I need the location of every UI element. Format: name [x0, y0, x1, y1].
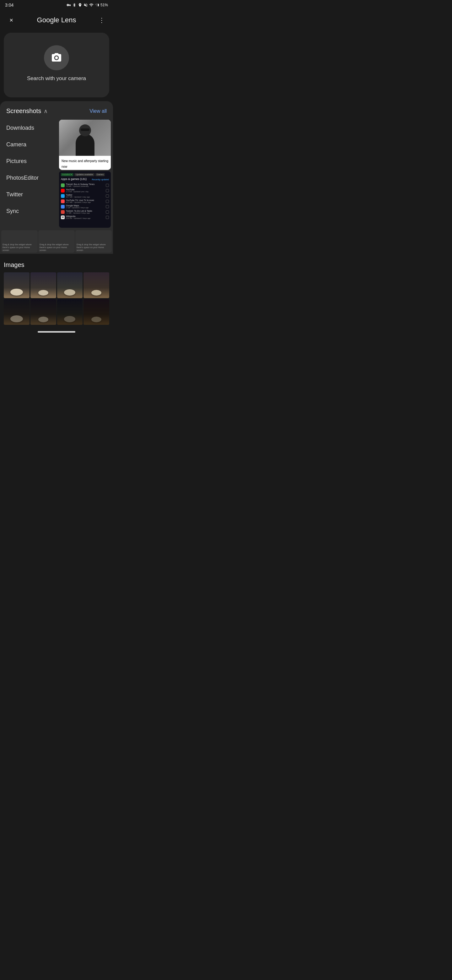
folder-item-sync[interactable]: Sync	[6, 203, 53, 220]
app-icon-wikipedia: W	[61, 215, 65, 219]
folder-item-photoseditor[interactable]: PhotosEditor	[6, 170, 53, 186]
status-icons: 51%	[67, 3, 108, 7]
updates-tag: Updates available	[75, 173, 95, 176]
app-name-6: Todoist: To-Do List & Tasks	[66, 210, 105, 212]
apps-card: Installed ▾ Updates available Games Apps…	[59, 171, 111, 228]
folder-panel-header: Screenshots ∧ View all	[0, 101, 113, 120]
home-indicator	[0, 329, 113, 334]
camera-icon-container[interactable]	[44, 45, 69, 70]
image-cell-3[interactable]	[57, 272, 83, 298]
location-icon	[78, 3, 82, 7]
mute-icon	[84, 3, 88, 7]
app-name-1: Transit: Bus & Subway Times	[66, 183, 105, 185]
checkbox-2	[106, 189, 109, 192]
pebble-4	[91, 290, 102, 296]
folder-panel: Screenshots ∧ View all Downloads Camera …	[0, 101, 113, 254]
pebble-8	[91, 317, 102, 322]
folder-item-downloads[interactable]: Downloads	[6, 120, 53, 136]
checkbox-7	[106, 216, 109, 219]
images-grid	[4, 272, 109, 325]
person-image	[59, 120, 111, 156]
app-meta-1: 70 MB · Updated yesterday	[66, 185, 105, 187]
app-meta-5: 1 GB · Updated 2 days ago	[66, 207, 105, 208]
image-cell-1[interactable]	[4, 272, 30, 298]
image-cell-4[interactable]	[84, 272, 109, 298]
home-bar	[38, 331, 75, 332]
app-icon-twitter	[61, 194, 65, 198]
app-meta-7: 516 KB · Updated 2 days ago	[66, 217, 105, 219]
active-folder-name: Screenshots	[6, 107, 41, 115]
key-icon	[67, 3, 71, 7]
app-icon-maps	[61, 205, 65, 208]
app-icon-youtubetv	[61, 199, 65, 203]
close-button[interactable]: ×	[5, 14, 17, 26]
screenshot-previews: New music and afterparty starting now In…	[59, 120, 113, 230]
app-name-5: Google Maps	[66, 204, 105, 207]
app-item-4: YouTube TV: Live TV & more 917 MB · Upda…	[61, 199, 109, 204]
app-item-6: Todoist: To-Do List & Tasks >1 MB · Upda…	[61, 209, 109, 215]
app-item-3: Twitter 327 MB · Updated 1 day ago	[61, 193, 109, 199]
person-card: New music and afterparty starting now	[59, 120, 111, 170]
app-item-5: Google Maps 1 GB · Updated 2 days ago	[61, 204, 109, 209]
chevron-up-icon: ∧	[44, 108, 48, 115]
image-cell-7[interactable]	[57, 299, 83, 325]
checkbox-1	[106, 184, 109, 187]
folder-item-twitter[interactable]: Twitter	[6, 186, 53, 203]
image-cell-2[interactable]	[30, 272, 56, 298]
folder-item-camera[interactable]: Camera	[6, 136, 53, 153]
card-caption-text: New music and afterparty starting now	[62, 159, 108, 169]
apps-header: Installed ▾ Updates available Games	[61, 173, 109, 176]
app-icon-youtube	[61, 189, 65, 192]
app-name-4: YouTube TV: Live TV & more	[66, 199, 105, 201]
person-body	[76, 134, 95, 156]
app-icon-todoist	[61, 210, 65, 214]
image-cell-8[interactable]	[84, 299, 109, 325]
app-item-2: YouTube 1.3 GB · Updated yest. day	[61, 188, 109, 193]
google-text: Google	[37, 16, 59, 24]
games-tag: Games	[95, 173, 105, 176]
folder-selector[interactable]: Screenshots ∧	[6, 107, 48, 115]
pebble-6	[38, 317, 48, 322]
checkbox-5	[106, 205, 109, 208]
more-options-button[interactable]: ⋮	[95, 14, 108, 26]
image-cell-5[interactable]	[4, 299, 30, 325]
app-bar: × Google Lens ⋮	[0, 10, 113, 30]
pebble-7	[64, 316, 75, 322]
wifi-icon	[89, 3, 94, 7]
bs-thumb-2: Drag & drop the widget where there's spa…	[38, 230, 75, 253]
app-name-7: Wikipedia	[66, 215, 105, 217]
bs-text-3: Drag & drop the widget where there's spa…	[75, 242, 112, 253]
folder-list: Downloads Camera Pictures PhotosEditor T…	[0, 120, 59, 230]
pebble-1	[10, 289, 23, 296]
svg-rect-0	[98, 4, 99, 6]
app-meta-6: >1 MB · Updated 2 days ago	[66, 212, 105, 214]
apps-sort: Recently updated	[92, 178, 109, 181]
card-caption: New music and afterparty starting now	[59, 156, 111, 170]
app-name-2: YouTube	[66, 188, 105, 191]
camera-section[interactable]: Search with your camera	[4, 33, 109, 97]
pebble-2	[38, 290, 48, 296]
camera-prompt: Search with your camera	[27, 75, 86, 82]
lens-text: Lens	[59, 16, 76, 24]
view-all-button[interactable]: View all	[89, 108, 107, 114]
pebble-5	[10, 315, 23, 322]
image-cell-6[interactable]	[30, 299, 56, 325]
app-meta-2: 1.3 GB · Updated yest. day	[66, 191, 105, 192]
battery-indicator: 51%	[100, 3, 108, 7]
bs-thumb-3: Drag & drop the widget where there's spa…	[75, 230, 112, 253]
signal-icon	[95, 3, 99, 7]
bs-text-1: Drag & drop the widget where there's spa…	[1, 242, 38, 253]
status-bar: 3:04 51%	[0, 0, 113, 10]
pebble-3	[64, 289, 75, 296]
checkbox-3	[106, 194, 109, 197]
app-title: Google Lens	[37, 16, 76, 24]
bs-thumb-1: Drag & drop the widget where there's spa…	[1, 230, 38, 253]
bluetooth-icon	[72, 3, 76, 7]
app-meta-4: 917 MB · Updated 2 days ago	[66, 201, 105, 203]
bottom-screenshots: Drag & drop the widget where there's spa…	[0, 230, 113, 254]
sunglasses	[81, 129, 89, 131]
checkbox-4	[106, 200, 109, 203]
folder-item-pictures[interactable]: Pictures	[6, 153, 53, 170]
app-item-1: Transit: Bus & Subway Times 70 MB · Upda…	[61, 183, 109, 188]
status-time: 3:04	[5, 3, 14, 8]
